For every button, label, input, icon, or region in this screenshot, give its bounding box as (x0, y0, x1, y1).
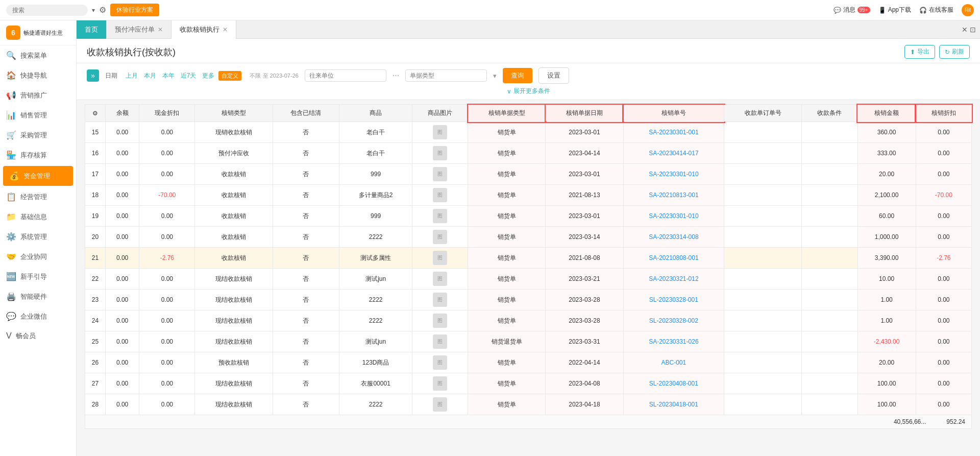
sidebar-item-marketing[interactable]: 📢 营销推广 (0, 85, 76, 105)
sidebar-item-sales[interactable]: 📊 销售管理 (0, 105, 76, 125)
col-gear[interactable]: ⚙ (85, 105, 106, 122)
gear-icon[interactable]: ⚙ (99, 5, 106, 15)
cancel-bill-no-cell[interactable]: SA-20210813-001 (623, 185, 724, 206)
cancel-bill-no-cell[interactable]: SA-20230331-026 (623, 331, 724, 352)
sidebar-logo: 6 畅捷通谱好生意 (0, 20, 76, 45)
home-icon: 🏠 (6, 70, 16, 80)
sidebar-item-basic[interactable]: 📁 基础信息 (0, 207, 76, 227)
message-item[interactable]: 💬 消息 99+ (834, 6, 870, 14)
dropdown-icon[interactable]: ▾ (92, 7, 95, 14)
bill-no-link[interactable]: SA-20210808-001 (649, 254, 698, 261)
balance-cell: 0.00 (106, 185, 139, 206)
sidebar-item-finance[interactable]: 💰 资金管理 (3, 166, 73, 186)
from-unit-input[interactable] (305, 69, 386, 82)
cancel-bill-no-cell[interactable]: SA-20230314-008 (623, 227, 724, 248)
date-this-month[interactable]: 本月 (142, 70, 158, 81)
receipt-condition-cell (802, 394, 857, 415)
bill-no-link[interactable]: ABC-001 (662, 359, 687, 366)
sidebar-item-inventory[interactable]: 🏪 库存核算 (0, 145, 76, 165)
service-label: 在线客服 (929, 6, 953, 14)
cancel-type-cell: 收款核销 (195, 164, 273, 185)
balance-cell: 0.00 (106, 206, 139, 227)
bill-no-link[interactable]: SA-20230301-010 (649, 171, 698, 178)
date-more[interactable]: 更多 (200, 70, 216, 81)
expand-conditions-button[interactable]: ∨ 展开更多条件 (507, 87, 550, 95)
tab-prepay[interactable]: 预付冲应付单 ✕ (107, 20, 172, 39)
cancel-bill-no-cell[interactable]: SA-20230414-017 (623, 143, 724, 164)
cancel-bill-type-cell: 销货单 (468, 143, 546, 164)
close-window-icon[interactable]: ✕ (962, 26, 968, 34)
sidebar-item-hardware[interactable]: 🖨️ 智能硬件 (0, 286, 76, 306)
cancel-bill-no-cell[interactable]: SA-20230321-012 (623, 269, 724, 290)
bill-no-link[interactable]: SA-20230414-017 (649, 150, 698, 157)
table-row: 16 0.00 0.00 预付冲应收 否 老白干 图 销货单 2023-04-1… (85, 143, 972, 164)
cancel-type-cell: 现结收款核销 (195, 269, 273, 290)
service-item[interactable]: 🎧 在线客服 (919, 6, 953, 14)
cancel-bill-no-cell[interactable]: SL-20230408-001 (623, 373, 724, 394)
bill-no-link[interactable]: SA-20230321-012 (649, 275, 698, 282)
sidebar-item-purchase[interactable]: 🛒 采购管理 (0, 125, 76, 145)
cancel-bill-no-cell[interactable]: SA-20230301-001 (623, 122, 724, 143)
user-item[interactable]: Rit (962, 4, 974, 16)
sidebar-item-enterprise[interactable]: 🤝 企业协同 (0, 247, 76, 267)
sidebar-item-search[interactable]: 🔍 搜索菜单 (0, 45, 76, 65)
sidebar-item-member[interactable]: V 畅会员 (0, 326, 76, 346)
search-input[interactable] (6, 5, 88, 16)
cancel-bill-date-cell: 2021-08-08 (546, 248, 623, 269)
tab-prepay-close[interactable]: ✕ (158, 26, 163, 33)
industry-button[interactable]: 休验行业方案 (110, 4, 159, 16)
tab-receipt-close[interactable]: ✕ (223, 26, 228, 33)
cancel-bill-no-cell[interactable]: SL-20230418-001 (623, 394, 724, 415)
app-download-item[interactable]: 📱 App下载 (878, 6, 911, 14)
cancel-type-cell: 现结收款核销 (195, 290, 273, 310)
sidebar-item-wechat[interactable]: 💬 企业微信 (0, 306, 76, 326)
bill-no-link[interactable]: SL-20230328-002 (649, 317, 698, 324)
cash-discount-cell: 0.00 (139, 269, 195, 290)
bill-no-link[interactable]: SL-20230418-001 (649, 401, 698, 408)
filter-toggle-button[interactable]: » (87, 69, 99, 82)
cancel-bill-no-cell[interactable]: SA-20230301-010 (623, 206, 724, 227)
maximize-window-icon[interactable]: ⊡ (970, 26, 976, 34)
sidebar-item-shortcut[interactable]: 🏠 快捷导航 (0, 65, 76, 85)
export-button[interactable]: ⬆ 导出 (904, 45, 935, 59)
receipt-type-select[interactable] (405, 69, 487, 82)
cancel-bill-type-cell: 销货单 (468, 227, 546, 248)
cancel-bill-no-cell[interactable]: SL-20230328-002 (623, 310, 724, 331)
date-last-month[interactable]: 上月 (124, 70, 140, 81)
bill-no-link[interactable]: SA-20230331-026 (649, 338, 698, 345)
bill-no-link[interactable]: SA-20230314-008 (649, 233, 698, 241)
cancel-bill-no-cell[interactable]: SL-20230328-001 (623, 290, 724, 310)
date-7days[interactable]: 近7天 (179, 70, 199, 81)
bill-no-link[interactable]: SA-20210813-001 (649, 191, 698, 199)
cancel-bill-no-cell[interactable]: SA-20230301-010 (623, 164, 724, 185)
col-receipt-order-no: 收款单订单号 (724, 105, 802, 122)
refresh-button[interactable]: ↻ 刷新 (939, 45, 970, 59)
sidebar-item-operation[interactable]: 📋 经营管理 (0, 187, 76, 207)
sidebar-item-system[interactable]: ⚙️ 系统管理 (0, 227, 76, 247)
cancel-bill-no-cell[interactable]: ABC-001 (623, 352, 724, 373)
cancel-bill-no-cell[interactable]: SA-20210808-001 (623, 248, 724, 269)
sidebar-item-label: 新手引导 (20, 272, 47, 281)
bill-no-link[interactable]: SL-20230408-001 (649, 380, 698, 387)
tab-receipt[interactable]: 收款核销执行 ✕ (172, 20, 236, 39)
date-this-year[interactable]: 本年 (160, 70, 177, 81)
from-unit-dots[interactable]: ··· (393, 71, 399, 80)
cancel-bill-type-cell: 销货单 (468, 373, 546, 394)
row-no: 24 (85, 310, 106, 331)
select-dropdown-icon[interactable]: ▾ (493, 72, 497, 80)
bill-no-link[interactable]: SA-20230301-010 (649, 212, 698, 220)
date-custom[interactable]: 自定义 (218, 71, 241, 81)
row-no: 27 (85, 373, 106, 394)
tab-home[interactable]: 首页 (77, 20, 107, 39)
query-button[interactable]: 查询 (503, 68, 532, 83)
table-row: 21 0.00 -2.76 收款核销 否 测试多属性 图 销货单 2021-08… (85, 248, 972, 269)
bill-no-link[interactable]: SL-20230328-001 (649, 296, 698, 303)
goods-img-cell: 图 (412, 122, 468, 143)
goods-cell: 测试多属性 (339, 248, 412, 269)
cancel-bill-date-cell: 2023-03-01 (546, 122, 623, 143)
col-cancel-amount: 核销金额 (857, 105, 916, 122)
settings-button[interactable]: 设置 (538, 67, 569, 84)
sidebar-item-guide[interactable]: 🆕 新手引导 (0, 267, 76, 286)
bill-no-link[interactable]: SA-20230301-001 (649, 129, 698, 136)
date-range: 不限 至 2023-07-26 (250, 72, 298, 80)
